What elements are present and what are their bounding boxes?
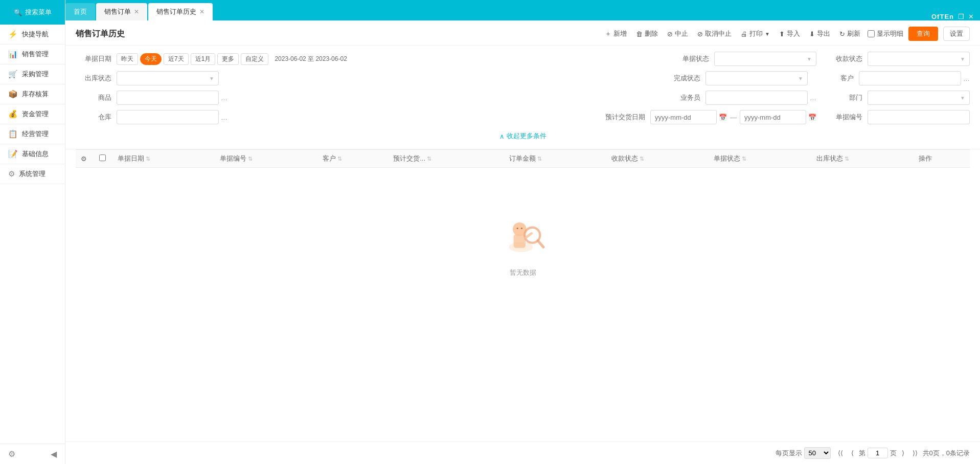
last-page-btn[interactable]: ⟩⟩ xyxy=(909,448,921,458)
th-amount[interactable]: 订单金额 ⇅ xyxy=(504,150,606,168)
sidebar-search[interactable]: 🔍 搜索菜单 xyxy=(0,0,65,25)
tab-sales-order-close[interactable]: ✕ xyxy=(134,8,139,15)
date-btn-7days[interactable]: 近7天 xyxy=(164,53,189,65)
customer-ellipsis[interactable]: … xyxy=(963,75,970,82)
th-checkbox[interactable] xyxy=(94,150,112,168)
th-operation-label: 操作 xyxy=(919,154,932,162)
th-doc-status[interactable]: 单据状态 ⇅ xyxy=(709,150,811,168)
warehouse-control: … xyxy=(117,110,599,124)
prev-page-btn[interactable]: ⟨ xyxy=(848,448,857,458)
import-button[interactable]: ⬆ 导入 xyxy=(777,28,802,39)
first-page-btn[interactable]: ⟨⟨ xyxy=(835,448,846,458)
warehouse-status-select[interactable]: ▼ xyxy=(117,71,219,85)
new-button[interactable]: ＋ 新增 xyxy=(603,28,629,39)
sidebar-item-base-info[interactable]: 📝 基础信息 xyxy=(0,144,65,164)
th-no[interactable]: 单据编号 ⇅ xyxy=(215,150,317,168)
expected-delivery-label: 预计交货日期 xyxy=(599,113,650,122)
dept-select[interactable]: ▼ xyxy=(868,91,970,105)
sidebar-item-finance[interactable]: 💰 资金管理 xyxy=(0,104,65,124)
per-page-label: 每页显示 xyxy=(776,449,802,458)
sidebar-item-operations[interactable]: 📋 经营管理 xyxy=(0,124,65,144)
date-btn-yesterday[interactable]: 昨天 xyxy=(117,53,138,65)
sort-warehouse-icon[interactable]: ⇅ xyxy=(845,156,849,162)
receipt-status-arrow: ▼ xyxy=(960,56,965,62)
delete-button[interactable]: 🗑 删除 xyxy=(634,28,660,39)
sidebar-item-sales-mgmt[interactable]: 📊 销售管理 xyxy=(0,45,65,64)
sort-customer-icon[interactable]: ⇅ xyxy=(337,156,342,162)
receipt-status-select[interactable]: ▼ xyxy=(868,52,970,66)
th-date-label: 单据日期 xyxy=(118,154,144,163)
display-toggle[interactable]: 显示明细 xyxy=(868,29,903,38)
tab-sales-order-history-close[interactable]: ✕ xyxy=(199,8,204,15)
complete-status-select[interactable]: ▼ xyxy=(705,71,808,85)
window-restore-icon[interactable]: ❐ xyxy=(958,13,964,20)
tab-sales-order-history[interactable]: 销售订单历史 ✕ xyxy=(148,3,213,20)
empty-row: 暂无数据 xyxy=(76,168,970,319)
expected-delivery-end[interactable] xyxy=(740,110,806,124)
calendar-end-icon[interactable]: 📅 xyxy=(808,114,816,121)
stop-button[interactable]: ⊘ 中止 xyxy=(665,28,690,39)
th-doc-status-label: 单据状态 xyxy=(714,154,740,163)
current-page-input[interactable] xyxy=(868,448,888,458)
th-date[interactable]: 单据日期 ⇅ xyxy=(112,150,215,168)
window-close-icon[interactable]: ✕ xyxy=(968,13,974,20)
select-all-checkbox[interactable] xyxy=(99,154,106,161)
export-button[interactable]: ⬇ 导出 xyxy=(807,28,832,39)
sidebar: 🔍 搜索菜单 ⚡ 快捷导航 📊 销售管理 🛒 采购管理 📦 库存核算 💰 资金管… xyxy=(0,0,65,464)
calendar-start-icon[interactable]: 📅 xyxy=(719,114,727,121)
collapse-icon[interactable]: ◀ xyxy=(51,449,57,459)
import-icon: ⬆ xyxy=(779,30,785,38)
per-page-select[interactable]: 50 10 20 100 xyxy=(804,447,831,459)
th-receipt-status[interactable]: 收款状态 ⇅ xyxy=(606,150,709,168)
system-mgmt-icon: ⚙ xyxy=(8,169,15,179)
query-button[interactable]: 查询 xyxy=(908,27,938,41)
next-page-btn[interactable]: ⟩ xyxy=(899,448,907,458)
salesman-ellipsis[interactable]: … xyxy=(810,94,816,102)
expected-delivery-start[interactable] xyxy=(650,110,717,124)
tab-home[interactable]: 首页 xyxy=(65,3,95,20)
goods-input[interactable] xyxy=(117,91,219,105)
cancel-stop-button[interactable]: ⊘ 取消中止 xyxy=(695,28,734,39)
tab-sales-order[interactable]: 销售订单 ✕ xyxy=(96,3,147,20)
sales-mgmt-icon: 📊 xyxy=(8,50,18,59)
sort-receipt-icon[interactable]: ⇅ xyxy=(640,156,644,162)
th-customer[interactable]: 客户 ⇅ xyxy=(317,150,388,168)
sort-no-icon[interactable]: ⇅ xyxy=(248,156,253,162)
sort-delivery-icon[interactable]: ⇅ xyxy=(427,156,431,162)
cancel-stop-label: 取消中止 xyxy=(705,29,732,38)
print-button[interactable]: 🖨 打印 ▼ xyxy=(739,28,772,39)
customer-input[interactable] xyxy=(859,71,961,85)
status-filter-select[interactable]: ▼ xyxy=(714,52,816,66)
customer-label: 客户 xyxy=(818,74,859,83)
sort-date-icon[interactable]: ⇅ xyxy=(146,156,150,162)
salesman-input[interactable] xyxy=(705,91,808,105)
goods-ellipsis[interactable]: … xyxy=(221,94,227,102)
table-area: ⚙ 单据日期 ⇅ 单据编号 xyxy=(65,149,980,441)
sidebar-item-purchase-mgmt[interactable]: 🛒 采购管理 xyxy=(0,64,65,84)
dept-arrow: ▼ xyxy=(960,95,965,101)
warehouse-input[interactable] xyxy=(117,110,219,124)
sort-amount-icon[interactable]: ⇅ xyxy=(537,156,542,162)
sidebar-item-system-mgmt[interactable]: ⚙ 系统管理 xyxy=(0,164,65,184)
table-settings-icon[interactable]: ⚙ xyxy=(81,155,87,163)
date-btn-1month[interactable]: 近1月 xyxy=(191,53,216,65)
print-icon: 🖨 xyxy=(741,30,747,38)
th-expected-delivery[interactable]: 预计交货... ⇅ xyxy=(388,150,504,168)
display-toggle-checkbox[interactable] xyxy=(868,30,875,37)
salesman-label: 业务员 xyxy=(665,93,705,102)
date-btn-today[interactable]: 今天 xyxy=(140,53,162,65)
refresh-button[interactable]: ↻ 刷新 xyxy=(837,28,862,39)
order-no-input[interactable] xyxy=(868,110,970,124)
settings-button[interactable]: 设置 xyxy=(943,27,970,41)
collapse-row[interactable]: ∧ 收起更多条件 xyxy=(76,129,970,143)
th-warehouse-status[interactable]: 出库状态 ⇅ xyxy=(811,150,914,168)
settings-icon[interactable]: ⚙ xyxy=(8,449,15,459)
sidebar-item-inventory[interactable]: 📦 库存核算 xyxy=(0,84,65,104)
warehouse-ellipsis[interactable]: … xyxy=(221,114,227,121)
date-btn-more[interactable]: 更多 xyxy=(217,53,239,65)
inventory-icon: 📦 xyxy=(8,90,18,99)
th-settings[interactable]: ⚙ xyxy=(76,150,94,168)
sidebar-item-quick-nav[interactable]: ⚡ 快捷导航 xyxy=(0,25,65,45)
sort-doc-icon[interactable]: ⇅ xyxy=(742,156,746,162)
date-btn-custom[interactable]: 自定义 xyxy=(241,53,268,65)
